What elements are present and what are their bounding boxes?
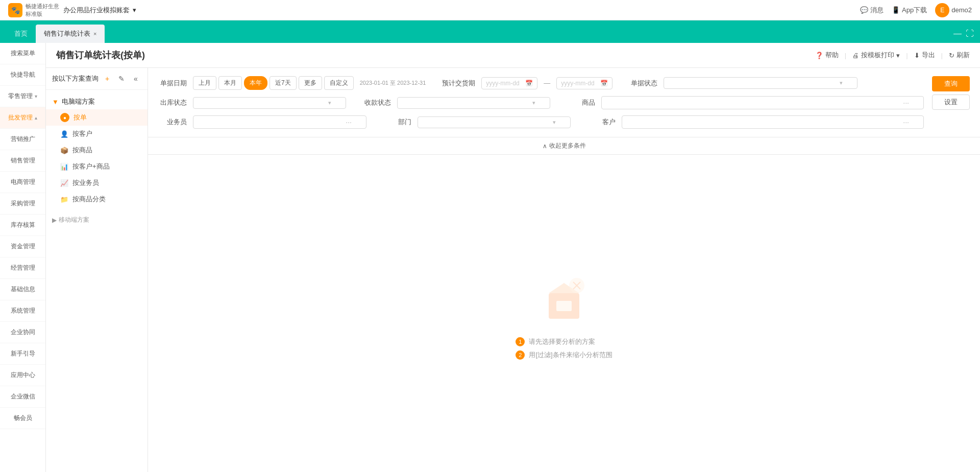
scheme-add-icon[interactable]: + (102, 73, 113, 84)
help-button[interactable]: ❓ 帮助 (815, 51, 839, 60)
date-range-text: 2023-01-01 至 2023-12-31 (360, 79, 426, 87)
avatar: E (935, 3, 949, 17)
print-icon: 🖨 (852, 52, 859, 59)
app-download-button[interactable]: 📱 App下载 (892, 6, 927, 15)
logo-area: 🐾 畅捷通好生意 标准版 (8, 3, 59, 17)
sidebar-item-system[interactable]: 系统管理 (0, 300, 45, 322)
logo-icon: 🐾 (8, 3, 22, 17)
payment-status-chevron-icon: ▾ (532, 100, 535, 106)
empty-illustration (533, 268, 595, 329)
payment-status-select[interactable]: ▾ (397, 97, 550, 109)
tab-maximize-icon[interactable]: ⛶ (966, 25, 974, 43)
delivery-date-end[interactable]: yyyy-mm-dd 📅 (556, 77, 612, 89)
goods-select[interactable]: ··· (601, 96, 924, 109)
tab-minimize-icon[interactable]: — (953, 25, 962, 43)
scheme-collapse-icon[interactable]: « (130, 73, 141, 84)
tab-bar-actions: — ⛶ (953, 25, 974, 43)
empty-icon-svg (533, 268, 595, 329)
empty-step-1: 1 请先选择要分析的方案 (516, 337, 612, 346)
scheme-mobile-caret: ▶ (52, 217, 57, 224)
delivery-date-start[interactable]: yyyy-mm-dd 📅 (481, 77, 537, 89)
empty-step-2: 2 用[过滤]条件来缩小分析范围 (516, 350, 612, 360)
salesman-dots-icon[interactable]: ··· (346, 118, 352, 126)
date-btn-this-year[interactable]: 本年 (244, 76, 267, 90)
customer-select[interactable]: ··· (622, 115, 924, 129)
empty-state: 1 请先选择要分析的方案 2 用[过滤]条件来缩小分析范围 (148, 155, 980, 472)
status-select[interactable]: ▾ (664, 77, 857, 89)
query-button[interactable]: 查询 (932, 76, 970, 91)
tab-sales-order[interactable]: 销售订单统计表 × (36, 25, 105, 43)
step-2-num: 2 (516, 350, 525, 360)
filter-row-1: 单据日期 上月 本月 本年 近7天 更多 自定义 2023-01-01 (158, 76, 924, 90)
sidebar-item-operations[interactable]: 经营管理 (0, 257, 45, 279)
scheme-item-by-customer[interactable]: 👤 按客户 (46, 126, 148, 142)
sidebar-item-newbie[interactable]: 新手引导 (0, 343, 45, 365)
top-bar-left: 🐾 畅捷通好生意 标准版 办公用品行业模拟账套 ▾ (8, 3, 136, 17)
tab-close-icon[interactable]: × (93, 31, 96, 37)
sidebar-item-ecommerce[interactable]: 电商管理 (0, 172, 45, 193)
export-button[interactable]: ⬇ 导出 (914, 51, 935, 60)
department-label: 部门 (383, 117, 411, 127)
scheme-item-by-customer-goods[interactable]: 📊 按客户+商品 (46, 158, 148, 175)
top-bar: 🐾 畅捷通好生意 标准版 办公用品行业模拟账套 ▾ 💬 消息 📱 App下载 E… (0, 0, 980, 20)
scheme-pc-caret: ▼ (52, 98, 59, 106)
tab-home[interactable]: 首页 (6, 25, 36, 43)
salesman-label: 业务员 (158, 117, 187, 127)
sidebar-item-sales[interactable]: 销售管理 (0, 150, 45, 172)
date-label: 单据日期 (158, 79, 187, 88)
sidebar-item-wholesale[interactable]: 批发管理 ▴ (0, 107, 45, 129)
app-download-icon: 📱 (892, 6, 900, 14)
retail-expand-icon: ▾ (35, 93, 37, 99)
sidebar-item-basic[interactable]: 基础信息 (0, 279, 45, 300)
sidebar-item-finance[interactable]: 资金管理 (0, 236, 45, 257)
scheme-item-by-salesman[interactable]: 📈 按业务员 (46, 175, 148, 191)
print-button[interactable]: 🖨 按模板打印 ▾ (852, 51, 900, 60)
sidebar-item-purchase[interactable]: 采购管理 (0, 193, 45, 215)
goods-dots-icon[interactable]: ··· (903, 99, 909, 107)
date-btn-more[interactable]: 更多 (299, 76, 322, 90)
tab-bar: 首页 销售订单统计表 × — ⛶ (0, 20, 980, 43)
ship-status-chevron-icon: ▾ (328, 100, 331, 106)
top-bar-right: 💬 消息 📱 App下载 E demo2 (860, 3, 972, 17)
settings-button[interactable]: 设置 (932, 95, 970, 110)
department-select[interactable]: ▾ (418, 116, 571, 128)
scheme-item-by-category[interactable]: 📁 按商品分类 (46, 191, 148, 207)
calendar-start-icon: 📅 (525, 80, 533, 87)
customer-dots-icon[interactable]: ··· (903, 118, 909, 126)
filter-area: 单据日期 上月 本月 本年 近7天 更多 自定义 2023-01-01 (148, 68, 980, 137)
date-btn-last-month[interactable]: 上月 (193, 76, 216, 90)
sidebar-item-wechat[interactable]: 企业微信 (0, 386, 45, 408)
scheme-mobile-section[interactable]: ▶ 移动端方案 (46, 211, 148, 228)
sidebar-item-search-menu[interactable]: 搜索菜单 (0, 43, 45, 64)
salesman-icon: 📈 (60, 179, 68, 187)
ship-status-select[interactable]: ▾ (193, 97, 346, 109)
collapse-bar[interactable]: ∧ 收起更多条件 (148, 137, 980, 155)
user-menu[interactable]: E demo2 (935, 3, 972, 17)
sidebar-item-retail[interactable]: 零售管理 ▾ (0, 86, 45, 107)
filter-container: 单据日期 上月 本月 本年 近7天 更多 自定义 2023-01-01 (158, 76, 970, 129)
date-btn-custom[interactable]: 自定义 (324, 76, 354, 90)
scheme-edit-icon[interactable]: ✎ (116, 73, 127, 84)
sidebar-item-inventory[interactable]: 库存核算 (0, 215, 45, 236)
scheme-pc-section: ▼ 电脑端方案 ● 按单 👤 按客户 📦 按商品 (46, 90, 148, 211)
sidebar-item-enterprise[interactable]: 企业协同 (0, 322, 45, 343)
refresh-button[interactable]: ↻ 刷新 (949, 51, 970, 60)
message-button[interactable]: 💬 消息 (860, 6, 884, 15)
scheme-item-by-goods[interactable]: 📦 按商品 (46, 142, 148, 158)
sidebar-item-membership[interactable]: 畅会员 (0, 408, 45, 429)
date-btn-last7[interactable]: 近7天 (270, 76, 297, 90)
scheme-item-by-order[interactable]: ● 按单 (46, 109, 148, 126)
sidebar-item-marketing[interactable]: 营销推广 (0, 129, 45, 150)
sidebar-item-app-center[interactable]: 应用中心 (0, 365, 45, 386)
delivery-date-label: 预计交货期 (442, 79, 475, 88)
page-header: 销售订单统计表(按单) ❓ 帮助 | 🖨 按模板打印 ▾ | ⬇ 导出 | (46, 43, 980, 68)
date-btn-this-month[interactable]: 本月 (218, 76, 242, 90)
status-label: 单据状态 (629, 79, 657, 88)
filter-panel: 单据日期 上月 本月 本年 近7天 更多 自定义 2023-01-01 (148, 68, 980, 472)
ship-status-label: 出库状态 (158, 98, 187, 107)
page-title: 销售订单统计表(按单) (56, 49, 145, 61)
scheme-header-icons: + ✎ « (102, 73, 141, 84)
logo-text: 畅捷通好生意 标准版 (26, 3, 59, 17)
salesman-select[interactable]: ··· (193, 115, 366, 129)
sidebar-item-quick-nav[interactable]: 快捷导航 (0, 64, 45, 86)
